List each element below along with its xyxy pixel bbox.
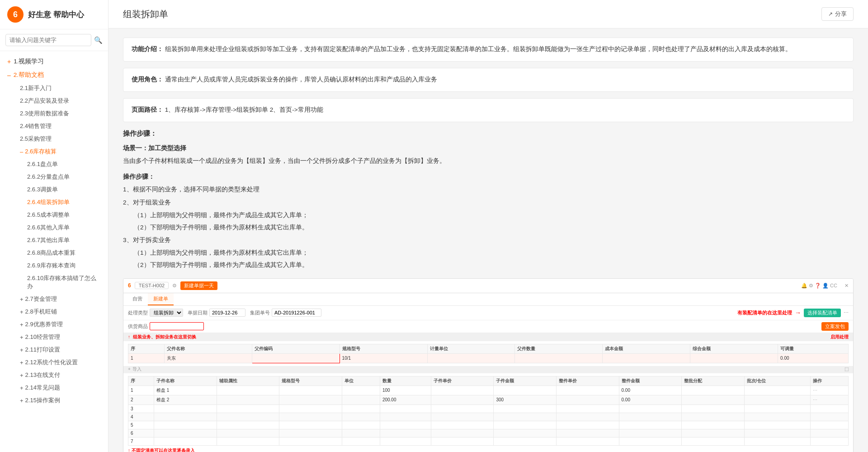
th2-unit: 单位 <box>342 376 380 385</box>
bottom-table-toolbar: + 导入 ⬚ <box>123 366 853 373</box>
sidebar-item-266[interactable]: 2.6.6其他入库单 <box>20 221 108 234</box>
sidebar-item-263[interactable]: 2.6.3调拨单 <box>20 183 108 196</box>
expand-icon: + <box>7 58 11 65</box>
annotation-table-text: ↑ 不固定清单可以在这里逐条录入 <box>128 447 849 452</box>
table-row: 6 <box>128 429 849 437</box>
search-input[interactable] <box>5 34 91 46</box>
th2-child-name: 子件名称 <box>154 376 217 385</box>
steps-title: 操作步骤： <box>123 171 854 182</box>
sidebar-item-210[interactable]: + 2.10经营管理 <box>13 331 108 343</box>
sidebar-item-261-group: 2.6.1盘点单 2.6.2分量盘点单 2.6.3调拨单 2.6.4组装拆卸单 … <box>13 158 108 293</box>
table-row: 1 关东 10/1 0.00 <box>128 353 849 363</box>
mock-field-date: 单据日期 <box>188 309 245 317</box>
share-button[interactable]: ↗ 分享 <box>821 7 854 21</box>
th-parent-name: 父件名称 <box>164 344 252 353</box>
content-body: 功能介绍： 组装拆卸单用来处理企业组装或拆卸等加工业务，支持有固定装配清单的产品… <box>108 29 868 452</box>
step3: 3、对于拆卖业务 <box>123 235 854 246</box>
td-cost <box>603 353 690 363</box>
step1: 1、根据不同的业务，选择不同单据的类型来处理 <box>123 184 854 195</box>
mock-field-type: 处理类型 组装拆卸 <box>128 309 183 317</box>
th2-batch: 批次/仓位 <box>744 376 810 385</box>
sidebar-item-214[interactable]: + 2.14常见问题 <box>13 381 108 394</box>
search-bar: 🔍 <box>0 29 108 51</box>
sidebar-item-261[interactable]: 2.6.1盘点单 <box>20 158 108 171</box>
th2-qty: 数量 <box>380 376 431 385</box>
th2-wup: 整件单价 <box>556 376 619 385</box>
expand-icon-docs: – <box>7 71 11 79</box>
mock-tab-ziy[interactable]: 自营 <box>127 293 148 305</box>
sidebar-item-video[interactable]: + 1.视频学习 <box>0 55 108 68</box>
mock-select-bom-btn[interactable]: 选择装配清单 <box>804 309 841 317</box>
mock-icons: 🔔 ⚙ ❓ 👤 CC <box>801 283 837 289</box>
sidebar-item-269[interactable]: 2.6.9库存账本查询 <box>20 259 108 272</box>
screenshot-mockup: 6 TEST-H002 ⚙ 新建单据一天 🔔 ⚙ ❓ 👤 CC ✕ 自营 新建单… <box>123 278 854 452</box>
th2-wamt: 整件金额 <box>619 376 682 385</box>
sidebar-item-268[interactable]: 2.6.8商品成本重算 <box>20 247 108 259</box>
mock-tab-new[interactable]: 新建单 <box>148 293 174 305</box>
th2-alloc: 整批分配 <box>682 376 745 385</box>
mock-titlebar: 6 TEST-H002 ⚙ 新建单据一天 🔔 ⚙ ❓ 👤 CC ✕ <box>123 279 853 293</box>
app-name: 好生意 帮助中心 <box>28 10 84 20</box>
th2-up: 子件单价 <box>431 376 494 385</box>
supplier-input[interactable] <box>150 322 204 330</box>
sidebar-item-211[interactable]: + 2.11打印设置 <box>13 343 108 356</box>
sidebar-item-26[interactable]: – 2.6库存核算 <box>13 145 108 158</box>
table-header-row-2: 序 子件名称 辅助属性 规格型号 单位 数量 子件单价 子件金额 整件单价 整件… <box>128 376 849 385</box>
content-header: 组装拆卸单 ↗ 分享 <box>108 0 868 29</box>
sidebar-item-264[interactable]: 2.6.4组装拆卸单 <box>20 196 108 209</box>
step2-2: （2）下部明细为子件明细，最终作为原材料生成其它出库单。 <box>134 222 854 233</box>
role-box: 使用角色： 通常由生产人员或库管人员完成拆装业务的操作，库管人员确认原材料的出库… <box>123 68 854 92</box>
th2-ops: 操作 <box>810 376 848 385</box>
path-box: 页面路径： 1、库存核算->库存管理->组装拆卸单 2、首页->常用功能 <box>123 98 854 122</box>
td-parent-name: 关东 <box>164 353 252 363</box>
sidebar-item-267[interactable]: 2.6.7其他出库单 <box>20 234 108 247</box>
group-input[interactable] <box>272 309 321 317</box>
mock-brand: 6 <box>128 282 131 289</box>
sidebar-item-265[interactable]: 2.6.5成本调整单 <box>20 209 108 221</box>
sidebar-item-215[interactable]: + 2.15操作案例 <box>13 394 108 407</box>
th-spec: 规格型号 <box>340 344 427 353</box>
table-row: 2 椎盘 2 200.00 300 0.00 <box>128 395 849 404</box>
td-unit <box>427 353 515 363</box>
table-row: 5 <box>128 421 849 429</box>
sidebar-item-21[interactable]: 2.1新手入门 <box>13 82 108 95</box>
mock-field-supplier: 供货商品 <box>128 322 204 330</box>
sidebar-item-label: 1.视频学习 <box>14 57 44 66</box>
th-total: 综合金额 <box>690 344 778 353</box>
sidebar-item-24[interactable]: 2.4销售管理 <box>13 120 108 133</box>
annotation-type-text: 组装业务、拆卸业务在这里切换 <box>133 334 196 340</box>
sidebar-item-27[interactable]: + 2.7资金管理 <box>13 293 108 305</box>
date-input[interactable] <box>209 309 245 317</box>
search-button[interactable]: 🔍 <box>94 36 103 44</box>
main-content: 组装拆卸单 ↗ 分享 功能介绍： 组装拆卸单用来处理企业组装或拆卸等加工业务，支… <box>108 0 868 452</box>
sidebar-item-2610[interactable]: 2.6.10库存账本搞错了怎么办 <box>20 272 108 293</box>
mock-more-btns: ⋯ <box>844 310 849 316</box>
mock-supplier-row: 供货商品 立案发包 <box>123 320 853 333</box>
share-icon: ↗ <box>828 11 833 17</box>
sidebar-item-22[interactable]: 2.2产品安装及登录 <box>13 95 108 107</box>
mock-new-btn[interactable]: 新建单据一天 <box>180 281 217 290</box>
step3-1: （1）上部明细为父件明细，最终作为原材料生成其它出库单； <box>134 247 854 258</box>
step2: 2、对于组装业务 <box>123 197 854 208</box>
type-select[interactable]: 组装拆卸 <box>150 309 183 317</box>
sidebar-item-28[interactable]: + 2.8手机旺铺 <box>13 305 108 318</box>
sidebar-item-212[interactable]: + 2.12系统个性化设置 <box>13 356 108 369</box>
sidebar-item-262[interactable]: 2.6.2分量盘点单 <box>20 171 108 183</box>
mock-apply-btn[interactable]: 立案发包 <box>821 322 849 331</box>
annotation-proc-text: 启用处理 <box>830 334 849 340</box>
mock-tabs: 自营 新建单 <box>123 293 853 306</box>
sidebar-item-23[interactable]: 2.3使用前数据准备 <box>13 107 108 120</box>
date-label: 单据日期 <box>188 309 208 316</box>
mock-close-icon[interactable]: ✕ <box>844 283 849 289</box>
sidebar-item-29[interactable]: + 2.9优惠券管理 <box>13 318 108 331</box>
th-qty: 父件数量 <box>515 344 603 353</box>
sidebar-item-25[interactable]: 2.5采购管理 <box>13 133 108 145</box>
sidebar-item-docs[interactable]: – 2.帮助文档 <box>0 68 108 82</box>
ops-title: 操作步骤： <box>123 129 854 138</box>
th2-amt: 子件金额 <box>494 376 557 385</box>
sidebar-item-213[interactable]: + 2.13在线支付 <box>13 369 108 381</box>
mock-field-group: 集团单号 <box>250 309 321 317</box>
th2-attr: 辅助属性 <box>217 376 279 385</box>
annotation-top-text: 有装配清单的在这里处理 <box>737 309 792 316</box>
th-parent-code: 父件编码 <box>252 344 340 353</box>
